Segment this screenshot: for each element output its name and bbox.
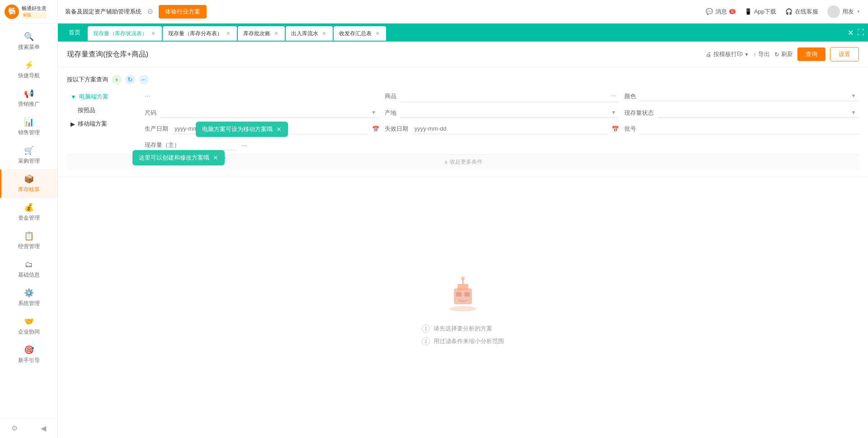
tab-flow[interactable]: 出入库流水 ✕ bbox=[286, 26, 333, 41]
collapse-sidebar-icon[interactable]: ◀ bbox=[41, 424, 46, 433]
tooltip2-close[interactable]: ✕ bbox=[213, 154, 218, 161]
empty-steps: 1 请先选择要分析的方案 2 用过滤条件来缩小分析范围 bbox=[422, 325, 504, 345]
tab-summary[interactable]: 收发存汇总表 ✕ bbox=[334, 26, 386, 41]
filter-label: 按以下方案查询 bbox=[67, 75, 108, 84]
messages-action[interactable]: 💬 消息 6 bbox=[706, 8, 736, 16]
page-title: 现存量查询(按仓库+商品) bbox=[67, 50, 148, 59]
user-action[interactable]: 用友 ▼ bbox=[827, 5, 861, 18]
main: 装备及固定资产辅助管理系统 ⚙ 体验行业方案 💬 消息 6 📱 App下载 🎧 … bbox=[58, 0, 868, 438]
filter-area: 电脑方案可设为移动方案哦 ✕ 这里可以创建和修改方案哦 ✕ 按以下方案查询 + … bbox=[58, 67, 868, 177]
trial-button[interactable]: 体验行业方案 bbox=[159, 5, 207, 19]
print-chevron-icon: ▼ bbox=[745, 52, 749, 57]
warehouse-dots[interactable]: ··· bbox=[145, 92, 151, 100]
inventory-icon: 📦 bbox=[24, 174, 34, 184]
logo: 畅 畅通好生意 标版 bbox=[0, 0, 57, 24]
sidebar-item-operations[interactable]: 📋 经营管理 bbox=[0, 226, 57, 255]
close-all-icon[interactable]: ✕ bbox=[848, 28, 854, 37]
sidebar-item-search[interactable]: 🔍 搜索菜单 bbox=[0, 27, 57, 56]
set-button[interactable]: 设置 bbox=[830, 47, 859, 61]
system-title: 装备及固定资产辅助管理系统 bbox=[65, 8, 142, 16]
filter-origin: 产地 ▼ bbox=[385, 108, 619, 118]
tooltip-pc-scheme: 电脑方案可设为移动方案哦 ✕ bbox=[196, 122, 288, 137]
content: 现存量查询(按仓库+商品) 🖨 按模板打印 ▼ ↑ 导出 ↻ 刷新 查询 设置 bbox=[58, 42, 868, 438]
support-action[interactable]: 🎧 在线客服 bbox=[785, 8, 818, 16]
tabbar: 首页 现存量（库存状况表） ✕ 现存量（库存分布表） ✕ 库存批次账 ✕ 出入库… bbox=[58, 24, 868, 42]
color-chevron-icon: ▼ bbox=[851, 93, 856, 99]
sidebar-item-system[interactable]: ⚙️ 系统管理 bbox=[0, 283, 57, 312]
sidebar-item-guide[interactable]: 🎯 新手引导 bbox=[0, 340, 57, 369]
stock-main-start[interactable] bbox=[184, 140, 238, 151]
filter-expire-date: 失效日期 📅 bbox=[385, 123, 619, 134]
sidebar-item-basic[interactable]: 🗂 基础信息 bbox=[0, 255, 57, 283]
empty-step-1: 1 请先选择要分析的方案 bbox=[422, 325, 504, 333]
product-select[interactable]: ··· bbox=[400, 90, 619, 102]
product-dots[interactable]: ··· bbox=[610, 92, 616, 100]
user-avatar bbox=[827, 5, 840, 18]
search-icon: 🔍 bbox=[24, 32, 34, 42]
basic-icon: 🗂 bbox=[24, 259, 34, 269]
sidebar-item-sales[interactable]: 📊 销售管理 bbox=[0, 113, 57, 141]
batch-input[interactable] bbox=[640, 123, 859, 134]
refresh-button[interactable]: ↻ 刷新 bbox=[774, 50, 793, 58]
topbar-settings-icon[interactable]: ⚙ bbox=[147, 7, 153, 16]
expire-date-calendar-icon[interactable]: 📅 bbox=[612, 126, 619, 132]
quicknav-icon: ⚡ bbox=[24, 60, 34, 70]
filter-product: 商品 ··· bbox=[385, 90, 619, 102]
back-scheme-button[interactable]: ← bbox=[139, 75, 149, 85]
print-button[interactable]: 🖨 按模板打印 ▼ bbox=[706, 50, 749, 58]
page-header: 现存量查询(按仓库+商品) 🖨 按模板打印 ▼ ↑ 导出 ↻ 刷新 查询 设置 bbox=[58, 42, 868, 67]
refresh-scheme-button[interactable]: ↻ bbox=[125, 75, 135, 85]
fullscreen-icon[interactable]: ⛶ bbox=[857, 28, 864, 37]
empty-state: 1 请先选择要分析的方案 2 用过滤条件来缩小分析范围 bbox=[58, 177, 868, 438]
svg-point-6 bbox=[461, 277, 465, 280]
filter-row-2: 尺码 ▼ 产地 ▼ bbox=[145, 108, 859, 118]
filter-scheme: ▼ 电脑端方案 按照品 ▶ 移动端方案 bbox=[67, 90, 859, 154]
produce-date-calendar-icon[interactable]: 📅 bbox=[372, 126, 379, 132]
svg-rect-4 bbox=[458, 284, 468, 290]
sidebar-item-enterprise[interactable]: 🤝 企业协同 bbox=[0, 312, 57, 340]
tooltip1-close[interactable]: ✕ bbox=[276, 126, 282, 133]
filter-row-1: ··· 商品 ··· 颜色 bbox=[145, 90, 859, 102]
scheme-item-sub[interactable]: 按照品 bbox=[67, 104, 139, 117]
sidebar-item-inventory[interactable]: 📦 库存核算 bbox=[0, 170, 57, 198]
expire-date-start[interactable] bbox=[412, 123, 609, 134]
tab-close-1[interactable]: ✕ bbox=[150, 29, 156, 38]
sidebar: 畅 畅通好生意 标版 🔍 搜索菜单 ⚡ 快捷导航 📢 营销推广 📊 销售管理 🛒… bbox=[0, 0, 58, 438]
stock-status-select[interactable]: ▼ bbox=[657, 108, 859, 118]
sidebar-item-marketing[interactable]: 📢 营销推广 bbox=[0, 84, 57, 113]
empty-illustration bbox=[440, 270, 486, 316]
search-button[interactable]: 查询 bbox=[797, 47, 826, 61]
tab-batch[interactable]: 库存批次账 ✕ bbox=[238, 26, 285, 41]
marketing-icon: 📢 bbox=[24, 89, 34, 99]
message-icon: 💬 bbox=[706, 8, 713, 15]
enterprise-icon: 🤝 bbox=[24, 316, 34, 326]
sidebar-item-purchase[interactable]: 🛒 采购管理 bbox=[0, 141, 57, 170]
add-scheme-button[interactable]: + bbox=[112, 75, 122, 85]
app-download-action[interactable]: 📱 App下载 bbox=[745, 8, 776, 16]
filter-batch: 批号 bbox=[624, 123, 859, 134]
tab-close-4[interactable]: ✕ bbox=[321, 29, 327, 38]
tab-inventory-dist[interactable]: 现存量（库存分布表） ✕ bbox=[163, 26, 237, 41]
scheme-item-mobile[interactable]: ▶ 移动端方案 bbox=[67, 117, 139, 131]
tab-close-5[interactable]: ✕ bbox=[374, 29, 381, 38]
filter-header: 按以下方案查询 + ↻ ← bbox=[67, 75, 859, 85]
scheme-item-pc[interactable]: ▼ 电脑端方案 bbox=[67, 90, 139, 104]
tab-inventory-status[interactable]: 现存量（库存状况表） ✕ bbox=[88, 26, 162, 41]
origin-chevron-icon: ▼ bbox=[611, 109, 616, 116]
operations-icon: 📋 bbox=[24, 231, 34, 241]
export-button[interactable]: ↑ 导出 bbox=[754, 50, 770, 58]
tab-close-3[interactable]: ✕ bbox=[273, 29, 279, 38]
color-select[interactable]: ▼ bbox=[640, 91, 859, 101]
size-select[interactable]: ▼ bbox=[160, 108, 379, 118]
tab-home[interactable]: 首页 bbox=[61, 24, 88, 42]
topbar-right: 💬 消息 6 📱 App下载 🎧 在线客服 用友 ▼ bbox=[706, 5, 861, 18]
scheme-collapsed-icon: ▶ bbox=[71, 121, 75, 127]
origin-select[interactable]: ▼ bbox=[400, 108, 619, 118]
topbar: 装备及固定资产辅助管理系统 ⚙ 体验行业方案 💬 消息 6 📱 App下载 🎧 … bbox=[58, 0, 868, 24]
filter-size: 尺码 ▼ bbox=[145, 108, 379, 118]
empty-step-2: 2 用过滤条件来缩小分析范围 bbox=[422, 337, 504, 345]
tab-close-2[interactable]: ✕ bbox=[225, 29, 231, 38]
sidebar-item-finance[interactable]: 💰 资金管理 bbox=[0, 198, 57, 226]
sidebar-item-quicknav[interactable]: ⚡ 快捷导航 bbox=[0, 56, 57, 84]
settings-bottom-icon[interactable]: ⚙ bbox=[11, 424, 18, 433]
